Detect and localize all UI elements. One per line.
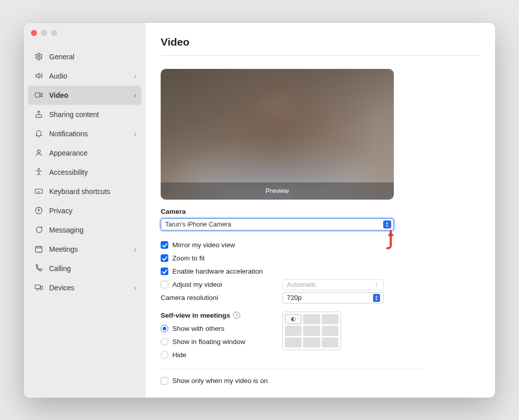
hwaccel-checkbox[interactable] [161, 268, 168, 275]
hwaccel-row: Enable hardware acceleration [161, 265, 424, 278]
sidebar-item-label: Audio [49, 72, 134, 80]
show-only-checkbox[interactable] [161, 377, 168, 385]
adjust-row: Adjust my video i Automatic ▴▾ [161, 279, 424, 290]
grid-cell-self[interactable]: ◐ [285, 314, 302, 324]
sidebar-item-label: Video [49, 91, 134, 99]
grid-cell[interactable] [322, 326, 339, 336]
main-panel: Video Preview Camera Tarun's iPhone Came… [145, 23, 495, 398]
svg-rect-5 [35, 189, 42, 194]
selfview-option-row: Hide [161, 349, 282, 362]
selfview-heading: Self-view in meetings [161, 312, 230, 319]
chat-icon [33, 225, 44, 234]
svg-rect-9 [35, 285, 40, 289]
page-title: Video [161, 36, 480, 56]
sidebar-item-label: Notifications [49, 130, 134, 138]
info-icon[interactable]: i [233, 312, 240, 319]
divider [161, 369, 424, 369]
grid-cell[interactable] [303, 314, 320, 324]
sidebar-item-video[interactable]: Video › [28, 86, 141, 105]
svg-rect-2 [35, 114, 41, 118]
sidebar-item-label: Messaging [49, 226, 136, 234]
grid-cell[interactable] [303, 326, 320, 336]
selfview-option-row: Show with others [161, 322, 282, 335]
sidebar-item-label: Devices [49, 284, 134, 292]
close-window-button[interactable] [31, 30, 37, 36]
speaker-icon [33, 71, 44, 80]
sidebar-item-label: Calling [49, 264, 136, 273]
resolution-dropdown-value: 720p [287, 294, 373, 301]
sidebar-item-label: Keyboard shortcuts [49, 187, 136, 196]
sidebar-item-devices[interactable]: Devices › [28, 278, 141, 297]
selfview-radio-show-with-others[interactable] [161, 325, 168, 332]
selfview-option-label: Hide [172, 351, 187, 359]
fullscreen-window-button[interactable] [51, 30, 57, 36]
resolution-dropdown[interactable]: 720p ▴▾ [282, 292, 384, 303]
sidebar-item-label: General [49, 53, 136, 61]
selfview-option-label: Show in floating window [172, 338, 245, 346]
privacy-icon [33, 206, 44, 215]
stepper-icon: ▴▾ [373, 294, 380, 302]
preferences-window: General Audio › Video › Sharing content [24, 23, 495, 398]
sidebar-item-keyboard[interactable]: Keyboard shortcuts [28, 182, 141, 201]
select-stepper-icon: ▴▾ [383, 220, 391, 228]
selfview-option-row: Show in floating window [161, 335, 282, 349]
sidebar-item-privacy[interactable]: Privacy [28, 201, 141, 220]
annotation-arrow [383, 230, 398, 250]
minimize-window-button[interactable] [41, 30, 47, 36]
share-icon [33, 110, 44, 119]
sidebar-item-calling[interactable]: Calling [28, 259, 141, 278]
info-icon[interactable]: i [216, 294, 218, 301]
preview-label: Preview [161, 182, 394, 200]
appearance-icon [33, 148, 44, 157]
svg-rect-8 [35, 247, 42, 252]
zoom-row: Zoom to fit [161, 252, 424, 265]
show-only-label: Show only when my video is on [172, 377, 268, 385]
mirror-label: Mirror my video view [172, 241, 235, 249]
resolution-row: Camera resolution i 720p ▴▾ [161, 292, 424, 303]
chevron-right-icon: › [134, 91, 136, 99]
zoom-checkbox[interactable] [161, 254, 168, 262]
sidebar-item-appearance[interactable]: Appearance [28, 143, 141, 163]
stepper-icon: ▴▾ [373, 281, 380, 289]
svg-point-7 [38, 209, 40, 211]
sidebar-item-accessibility[interactable]: Accessibility [28, 163, 141, 182]
svg-point-4 [38, 168, 40, 170]
camera-select-value: Tarun's iPhone Camera [165, 221, 383, 228]
gear-icon [33, 52, 44, 61]
sidebar-item-audio[interactable]: Audio › [28, 66, 141, 86]
sidebar-item-general[interactable]: General [28, 47, 141, 66]
camera-select[interactable]: Tarun's iPhone Camera ▴▾ [161, 218, 394, 231]
grid-cell[interactable] [285, 337, 302, 348]
grid-cell[interactable] [285, 326, 302, 336]
grid-cell[interactable] [322, 337, 339, 348]
grid-cell[interactable] [322, 314, 339, 324]
sidebar-item-sharing[interactable]: Sharing content [28, 105, 141, 124]
show-only-row: Show only when my video is on [161, 374, 424, 388]
sidebar-item-label: Appearance [49, 149, 136, 157]
sidebar-item-label: Sharing content [49, 110, 136, 119]
devices-icon [33, 283, 44, 292]
selfview-radio-hide[interactable] [161, 351, 168, 359]
adjust-checkbox[interactable] [161, 281, 168, 288]
svg-rect-1 [35, 93, 40, 97]
grid-cell[interactable] [303, 337, 320, 348]
video-icon [33, 91, 44, 99]
mirror-checkbox[interactable] [161, 241, 168, 249]
sidebar: General Audio › Video › Sharing content [24, 23, 145, 398]
sidebar-item-label: Privacy [49, 207, 136, 215]
selfview-position-grid[interactable]: ◐ [282, 312, 341, 350]
camera-heading: Camera [161, 208, 480, 215]
calendar-icon [33, 245, 44, 253]
adjust-label: Adjust my video [172, 281, 220, 288]
phone-icon [33, 264, 44, 273]
chevron-right-icon: › [134, 245, 136, 253]
video-preview: Preview [161, 69, 394, 200]
window-controls [31, 30, 57, 36]
selfview-radio-floating[interactable] [161, 338, 168, 346]
bell-icon [33, 129, 44, 138]
svg-point-3 [37, 150, 40, 153]
sidebar-item-meetings[interactable]: Meetings › [28, 240, 141, 259]
info-icon[interactable]: i [220, 281, 222, 288]
sidebar-item-messaging[interactable]: Messaging [28, 220, 141, 240]
sidebar-item-notifications[interactable]: Notifications › [28, 124, 141, 143]
